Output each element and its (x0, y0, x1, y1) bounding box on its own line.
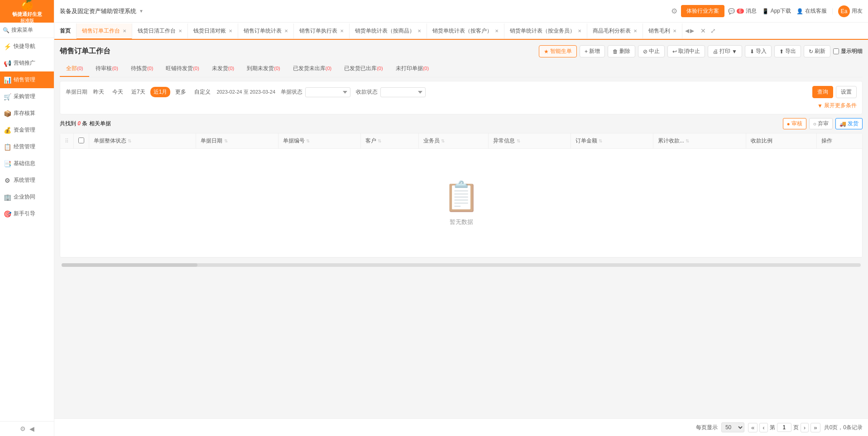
tab-close-cash-reconcile[interactable]: ✕ (229, 28, 232, 33)
show-detail-label[interactable]: 显示明细 (833, 47, 863, 55)
select-all-checkbox[interactable] (78, 137, 84, 143)
date-opt-last1m[interactable]: 近1月 (150, 87, 171, 97)
tab-sales-stats-product[interactable]: 销货单统计表（按商品）✕ (350, 24, 427, 38)
tab-close-sales-stats-customer[interactable]: ✕ (495, 28, 499, 33)
tab-close-sales-revenue[interactable]: ✕ (673, 28, 676, 33)
sidebar-item-inventory[interactable]: 📦库存核算 (0, 105, 54, 122)
next-page-btn[interactable]: › (801, 423, 809, 432)
topbar-gear-icon[interactable]: ⚙ (671, 7, 677, 15)
cancel-stop-btn[interactable]: ↩ 取消中止 (667, 45, 705, 57)
sidebar-item-system[interactable]: ⚙系统管理 (0, 172, 54, 189)
online-service-btn[interactable]: 👤 在线客服 (796, 7, 827, 15)
tab-prev-icon[interactable]: ◀ (685, 28, 689, 34)
app-download-btn[interactable]: 📱 App下载 (762, 7, 791, 15)
tab-sales-revenue[interactable]: 销售毛利✕ (643, 24, 682, 38)
tabbar-nav[interactable]: ◀▶ (682, 28, 697, 34)
scrollbar-track[interactable] (62, 263, 861, 267)
import-btn[interactable]: ⬇ 导入 (745, 45, 772, 57)
tab-sales-stats-staff[interactable]: 销货单统计表（按业务员）✕ (504, 24, 587, 38)
close-all-tabs-btn[interactable]: ✕ (699, 26, 708, 35)
tab-next-icon[interactable]: ▶ (690, 28, 694, 34)
smart-generate-btn[interactable]: ★ 智能生单 (539, 45, 577, 57)
delete-btn[interactable]: 🗑 删除 (608, 45, 635, 57)
export-btn[interactable]: ⬆ 导出 (774, 45, 801, 57)
first-page-btn[interactable]: « (748, 423, 758, 432)
filter-tab-wangpu-shipping[interactable]: 旺铺待发货(0) (159, 61, 205, 77)
date-opt-today[interactable]: 今天 (109, 87, 126, 97)
expand-filter-btn[interactable]: ▼ 展开更多条件 (817, 102, 857, 109)
industry-btn[interactable]: 体验行业方案 (681, 5, 724, 17)
tab-close-product-profit[interactable]: ✕ (633, 28, 637, 33)
filter-tab-pending-pickup[interactable]: 待拣货(0) (125, 61, 159, 77)
add-btn[interactable]: + 新增 (580, 45, 605, 57)
scrollbar-thumb[interactable] (62, 263, 197, 267)
filter-tab-shipped-not-out[interactable]: 已发货未出库(0) (287, 61, 338, 77)
status-select[interactable] (305, 87, 350, 97)
tab-close-cash-daily[interactable]: ✕ (178, 28, 182, 33)
date-opt-custom[interactable]: 自定义 (191, 87, 214, 97)
maximize-btn[interactable]: ⤢ (709, 26, 718, 35)
tab-product-profit[interactable]: 商品毛利分析表✕ (587, 24, 643, 38)
table-col-customer[interactable]: 客户 ⇅ (360, 133, 418, 149)
scrollbar-area[interactable] (60, 261, 863, 269)
tab-cash-daily[interactable]: 钱货日清工作台✕ (132, 24, 188, 38)
tab-close-sales-stats[interactable]: ✕ (284, 28, 288, 33)
refresh-btn[interactable]: ↻ 刷新 (804, 45, 830, 57)
tab-sales-stats-customer[interactable]: 销货单统计表（按客户）✕ (427, 24, 504, 38)
filter-tab-not-printed[interactable]: 未打印单据(0) (389, 61, 435, 77)
table-col-abnormal[interactable]: 异常信息 ⇅ (489, 133, 571, 149)
table-col-status[interactable]: 单据整体状态 ⇅ (89, 133, 196, 149)
collapse-icon[interactable]: ◀ (29, 425, 34, 432)
filter-tab-pending-review[interactable]: 待审核(0) (89, 61, 124, 77)
payment-select[interactable] (380, 87, 426, 97)
filter-tab-expired-not-shipped[interactable]: 到期未发货(0) (240, 61, 286, 77)
sidebar-item-guide[interactable]: 🎯新手引导 (0, 205, 54, 222)
sidebar-item-marketing[interactable]: 📢营销推广 (0, 55, 54, 71)
sidebar-item-operations[interactable]: 📋经营管理 (0, 138, 54, 155)
tab-sales-workbench[interactable]: 销售订单工作台✕ (77, 24, 132, 39)
revoke-btn[interactable]: ○ 弃审 (809, 118, 833, 129)
ship-btn[interactable]: 🚚 发货 (835, 118, 863, 129)
sidebar-item-basic-info[interactable]: 📑基础信息 (0, 155, 54, 172)
sidebar-item-enterprise[interactable]: 🏢企业协同 (0, 189, 54, 205)
table-col-staff[interactable]: 业务员 ⇅ (418, 133, 489, 149)
date-opt-last7[interactable]: 近7天 (128, 87, 149, 97)
user-area[interactable]: Ea 用友 (838, 5, 863, 17)
stop-btn[interactable]: ⊘ 中止 (638, 45, 665, 57)
tab-close-sales-workbench[interactable]: ✕ (123, 28, 126, 33)
tab-close-sales-stats-product[interactable]: ✕ (417, 28, 421, 33)
filter-tab-shipped-out[interactable]: 已发货已出库(0) (338, 61, 389, 77)
last-page-btn[interactable]: » (810, 423, 820, 432)
tab-close-sales-stats-staff[interactable]: ✕ (578, 28, 581, 33)
tab-cash-reconcile[interactable]: 钱货日清对账✕ (188, 24, 238, 38)
tab-close-sales-exec[interactable]: ✕ (340, 28, 344, 33)
filter-tab-all[interactable]: 全部(0) (60, 61, 89, 77)
table-col-date[interactable]: 单据日期 ⇅ (196, 133, 278, 149)
filter-tab-not-shipped[interactable]: 未发货(0) (206, 61, 240, 77)
sidebar-item-quick-nav[interactable]: ⚡快捷导航 (0, 38, 54, 55)
date-opt-yesterday[interactable]: 昨天 (90, 87, 107, 97)
result-suffix: 相关单据 (89, 120, 111, 127)
settings-icon[interactable]: ⚙ (20, 425, 26, 432)
print-btn[interactable]: 🖨 打印 ▼ (708, 45, 742, 57)
date-opt-more[interactable]: 更多 (172, 87, 189, 97)
table-col-received[interactable]: 累计收款... ⇅ (653, 133, 746, 149)
setting-btn[interactable]: 设置 (836, 86, 857, 98)
tab-sales-exec[interactable]: 销售订单执行表✕ (294, 24, 350, 38)
table-col-amount[interactable]: 订单金额 ⇅ (571, 133, 653, 149)
table-col-number[interactable]: 单据编号 ⇅ (278, 133, 361, 149)
current-page-input[interactable] (777, 423, 791, 432)
sidebar-search[interactable]: 🔍 搜索菜单 (0, 23, 54, 38)
sidebar-item-finance[interactable]: 💰资金管理 (0, 122, 54, 138)
chevron-down-icon: ▼ (817, 103, 823, 109)
show-detail-checkbox[interactable] (833, 48, 839, 54)
prev-page-btn[interactable]: ‹ (759, 423, 767, 432)
tab-home[interactable]: 首页 (54, 24, 77, 38)
message-btn[interactable]: 💬 6 消息 (728, 7, 757, 15)
sidebar-item-sales[interactable]: 📊销售管理 (0, 71, 54, 88)
tab-sales-stats[interactable]: 销售订单统计表✕ (238, 24, 294, 38)
query-btn[interactable]: 查询 (812, 86, 833, 98)
sidebar-item-purchase[interactable]: 🛒采购管理 (0, 88, 54, 105)
audit-btn[interactable]: ● 审核 (783, 118, 806, 129)
page-size-select[interactable]: 102050100 (721, 422, 744, 432)
